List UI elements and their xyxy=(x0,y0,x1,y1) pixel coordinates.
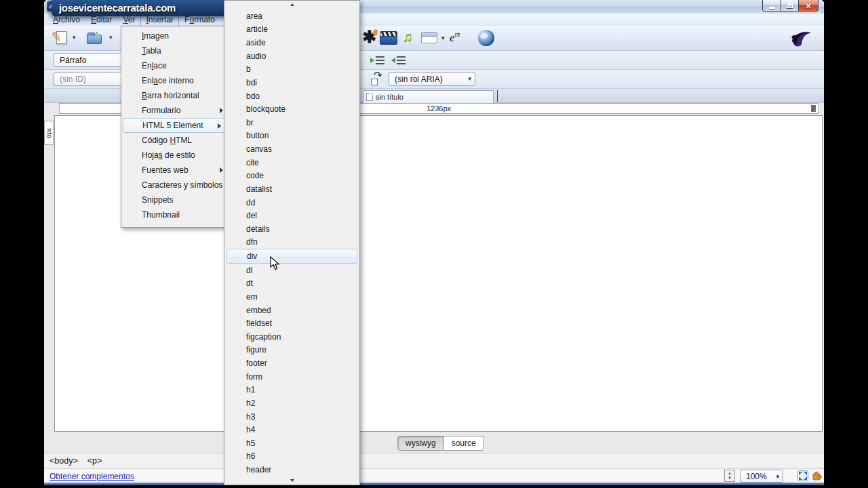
breadcrumb-body[interactable]: <body> xyxy=(50,456,78,466)
scroll-up-icon xyxy=(290,3,294,6)
html5-item-h5[interactable]: h5 xyxy=(225,436,359,450)
html5-item-dfn[interactable]: dfn xyxy=(225,236,359,249)
view-toggle: wysiwyg source xyxy=(397,436,484,451)
html5-item-b[interactable]: b xyxy=(225,63,359,77)
html5-item-cite[interactable]: cite xyxy=(225,156,359,169)
html5-item-bdi[interactable]: bdi xyxy=(225,76,359,89)
insert-menu-item-tabla[interactable]: Tabla xyxy=(121,43,228,58)
zoom-stepper[interactable]: ▲ ▼ xyxy=(724,470,735,482)
scroll-down-icon xyxy=(290,479,294,482)
minimize-button[interactable] xyxy=(762,0,781,12)
submenu-arrow-icon xyxy=(220,167,223,173)
mouse-cursor xyxy=(270,256,280,270)
html5-item-area[interactable]: area xyxy=(225,9,359,23)
html5-item-figure[interactable]: figure xyxy=(225,344,359,357)
aria-role-select[interactable]: (sin rol ARIA) xyxy=(389,72,475,86)
browse-preview-button[interactable] xyxy=(478,30,494,46)
html5-item-canvas[interactable]: canvas xyxy=(225,142,359,156)
html5-item-code[interactable]: code xyxy=(225,169,359,183)
html5-item-datalist[interactable]: datalist xyxy=(225,182,359,196)
fullscreen-icon[interactable] xyxy=(797,470,808,484)
tab-divider xyxy=(497,90,498,102)
stepper-up-icon[interactable]: ▲ xyxy=(728,471,732,476)
submenu-scroll-down[interactable] xyxy=(224,476,359,485)
insert-menu-item-barra-horizontal[interactable]: Barra horizontal xyxy=(121,88,228,103)
html5-item-audio[interactable]: audio xyxy=(225,49,359,63)
restore-icon xyxy=(787,3,793,8)
submenu-scroll-up[interactable] xyxy=(224,1,359,9)
zoom-select[interactable]: 100% xyxy=(740,470,783,483)
new-document-dropdown-icon[interactable]: ▾ xyxy=(73,34,76,41)
watermark-text: josevicentecarratala.com xyxy=(52,0,241,14)
html5-item-figcaption[interactable]: figcaption xyxy=(225,330,359,344)
indent-increase-icon[interactable] xyxy=(370,56,385,64)
vertical-ruler[interactable]: 0px xyxy=(44,121,54,145)
html5-item-embed[interactable]: embed xyxy=(225,304,359,317)
html5-item-del[interactable]: del xyxy=(225,209,359,222)
insert-form-dropdown-icon[interactable]: ▾ xyxy=(441,35,445,41)
wysiwyg-button[interactable]: wysiwyg xyxy=(397,436,444,451)
insert-menu-item-thumbnail[interactable]: Thumbnail xyxy=(121,207,228,222)
insert-form-button[interactable] xyxy=(421,32,437,43)
insert-menu-item-imagen[interactable]: Imagen xyxy=(121,28,228,43)
view-toggle-strip: wysiwyg source xyxy=(44,432,824,453)
outdent-triangle-icon xyxy=(391,58,395,63)
document-tab-label: sin título xyxy=(376,93,403,101)
html5-item-div[interactable]: div xyxy=(226,249,357,264)
addons-puzzle-icon[interactable] xyxy=(811,470,822,484)
html5-item-h4[interactable]: h4 xyxy=(225,423,359,436)
source-button[interactable]: source xyxy=(444,436,484,451)
html5-item-header[interactable]: header xyxy=(225,463,359,476)
html5-item-blockquote[interactable]: blockquote xyxy=(225,102,359,116)
html5-item-details[interactable]: details xyxy=(225,222,359,236)
html5-item-dd[interactable]: dd xyxy=(225,196,359,209)
submenu-arrow-icon xyxy=(220,108,223,113)
close-button[interactable]: × xyxy=(799,0,818,12)
insert-video-button[interactable] xyxy=(380,31,397,45)
insert-menu-item-enlace[interactable]: Enlace xyxy=(121,58,228,73)
insert-math-button[interactable]: eiπ xyxy=(450,30,460,45)
html5-item-article[interactable]: article xyxy=(225,23,359,37)
insert-menu-item-html-5-element[interactable]: HTML 5 Element xyxy=(123,118,226,133)
outdent-bars-icon xyxy=(397,56,406,64)
html5-item-form[interactable]: form xyxy=(225,370,359,384)
bluegriffon-bird-logo xyxy=(787,28,812,52)
open-file-button[interactable]: ↑ xyxy=(86,30,105,46)
insert-menu-item-hojas-de-estilo[interactable]: Hojas de estilo xyxy=(121,148,228,163)
get-addons-link[interactable]: Obtener complementos xyxy=(50,472,134,481)
insert-menu-item-snippets[interactable]: Snippets xyxy=(121,192,228,207)
html5-item-h6[interactable]: h6 xyxy=(225,450,359,464)
html5-item-h1[interactable]: h1 xyxy=(225,384,359,397)
insert-menu-item-enlace-interno[interactable]: Enlace interno xyxy=(121,73,228,88)
html5-item-dl[interactable]: dl xyxy=(225,264,359,277)
insert-anchor-button[interactable]: ✱ xyxy=(361,28,378,46)
indent-decrease-icon[interactable] xyxy=(391,56,406,64)
html5-item-button[interactable]: button xyxy=(225,129,359,143)
html5-item-fieldset[interactable]: fieldset xyxy=(225,317,359,330)
breadcrumb-p[interactable]: <p> xyxy=(87,456,102,466)
html5-item-h2[interactable]: h2 xyxy=(225,396,359,410)
restore-button[interactable] xyxy=(781,0,799,12)
html5-item-h3[interactable]: h3 xyxy=(225,410,359,424)
new-document-button[interactable]: ✎ xyxy=(52,30,70,46)
screen: { "watermark": "josevicentecarratala.com… xyxy=(0,0,868,488)
indent-triangle-icon xyxy=(370,58,374,63)
wrap-rotate-icon[interactable] xyxy=(370,73,384,85)
insert-menu-item-fuentes-web[interactable]: Fuentes web xyxy=(121,163,228,178)
html5-item-aside[interactable]: aside xyxy=(225,36,359,49)
insert-audio-button[interactable]: ♫ xyxy=(403,29,413,45)
html5-item-footer[interactable]: footer xyxy=(225,357,359,370)
insert-menu-item-c-digo-html[interactable]: Código HTML xyxy=(121,133,228,148)
html5-item-em[interactable]: em xyxy=(225,290,359,304)
ruler-handle[interactable] xyxy=(811,105,816,112)
html5-item-br[interactable]: br xyxy=(225,116,359,129)
document-tab[interactable]: sin título xyxy=(363,90,494,103)
open-file-dropdown-icon[interactable]: ▾ xyxy=(109,34,113,41)
html5-submenu-list: areaarticleasideaudiobbdibdoblockquotebr… xyxy=(225,9,359,476)
html5-item-bdo[interactable]: bdo xyxy=(225,89,359,103)
insert-menu-item-caracteres-y-s-mbolos[interactable]: Caracteres y símbolos xyxy=(121,178,228,192)
html5-item-dt[interactable]: dt xyxy=(225,277,359,291)
insert-menu-panel: ImagenTablaEnlaceEnlace internoBarra hor… xyxy=(121,26,229,228)
stepper-down-icon[interactable]: ▼ xyxy=(728,476,732,481)
insert-menu-item-formulario[interactable]: Formulario xyxy=(121,103,228,118)
